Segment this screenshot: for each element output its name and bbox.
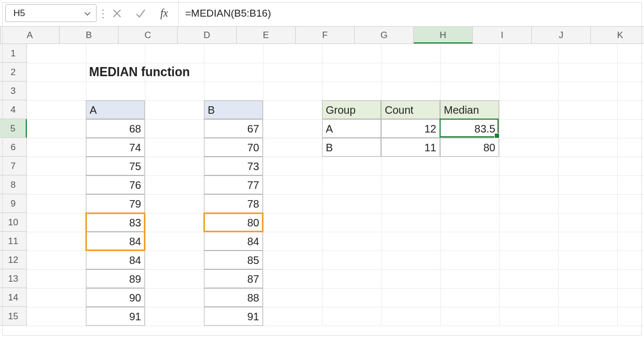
select-all-corner[interactable]: [0, 27, 1, 43]
column-header-C[interactable]: C: [119, 27, 178, 43]
column-header-A[interactable]: A: [1, 27, 60, 43]
table-b-cell[interactable]: 67: [204, 119, 263, 138]
fx-icon: fx: [160, 7, 168, 19]
table-b-cell[interactable]: 78: [204, 194, 263, 213]
column-header-D[interactable]: D: [178, 27, 237, 43]
row-header[interactable]: 15: [0, 307, 27, 326]
table-b-cell[interactable]: 85: [204, 251, 263, 269]
row-header[interactable]: 13: [0, 269, 27, 288]
column-header-G[interactable]: G: [355, 27, 414, 43]
table-b-cell[interactable]: 87: [204, 269, 263, 288]
table-a-cell[interactable]: 74: [86, 138, 145, 157]
column-header-J[interactable]: J: [532, 27, 591, 43]
median-highlight: [86, 213, 145, 251]
table-a-cell[interactable]: 84: [86, 251, 145, 269]
table-b-cell[interactable]: 84: [204, 232, 263, 251]
row-header[interactable]: 12: [0, 251, 27, 269]
summary-group[interactable]: A: [322, 119, 381, 138]
summary-median[interactable]: 83.5: [440, 119, 499, 138]
column-header-B[interactable]: B: [60, 27, 119, 43]
row-header[interactable]: 9: [0, 194, 27, 213]
median-highlight: [204, 213, 263, 232]
row-header[interactable]: 11: [0, 232, 27, 251]
table-a-cell[interactable]: 75: [86, 157, 145, 175]
column-header-E[interactable]: E: [237, 27, 296, 43]
table-a-cell[interactable]: 91: [86, 307, 145, 326]
summary-count[interactable]: 11: [381, 138, 440, 157]
row-header[interactable]: 5: [0, 119, 27, 138]
row-header[interactable]: 6: [0, 138, 27, 157]
row-header[interactable]: 2: [0, 63, 27, 82]
table-a-cell[interactable]: 90: [86, 288, 145, 307]
row-header[interactable]: 14: [0, 288, 27, 307]
row-header[interactable]: 7: [0, 157, 27, 175]
row-header[interactable]: 8: [0, 175, 27, 194]
name-box-value: H5: [13, 8, 25, 19]
formula-bar-sep: ⋮: [101, 0, 105, 26]
column-header-I[interactable]: I: [473, 27, 532, 43]
table-b-cell[interactable]: 73: [204, 157, 263, 175]
summary-header-group[interactable]: Group: [322, 100, 381, 119]
row-header[interactable]: 4: [0, 100, 27, 119]
table-a-cell[interactable]: 79: [86, 194, 145, 213]
chevron-down-icon[interactable]: [84, 9, 91, 18]
formula-input[interactable]: =MEDIAN(B5:B16): [178, 0, 644, 26]
spreadsheet-grid: ABCDEFGHIJK 123456789101112131415 MEDIAN…: [0, 27, 644, 338]
name-box[interactable]: H5: [5, 4, 97, 22]
table-b-cell[interactable]: 70: [204, 138, 263, 157]
column-header-H[interactable]: H: [414, 27, 473, 43]
table-a-cell[interactable]: 68: [86, 119, 145, 138]
summary-group[interactable]: B: [322, 138, 381, 157]
fx-button[interactable]: fx: [152, 0, 176, 26]
table-a-cell[interactable]: 89: [86, 269, 145, 288]
formula-bar: H5 ⋮ fx =MEDIAN(B5:B16): [0, 0, 644, 27]
table-b-header[interactable]: B: [204, 100, 263, 119]
summary-median[interactable]: 80: [440, 138, 499, 157]
page-title[interactable]: MEDIAN function: [86, 63, 263, 82]
column-header-K[interactable]: K: [591, 27, 644, 43]
table-a-header[interactable]: A: [86, 100, 145, 119]
cells-area[interactable]: MEDIAN functionA6874757679838484899091B6…: [27, 44, 644, 326]
summary-header-count[interactable]: Count: [381, 100, 440, 119]
formula-text: =MEDIAN(B5:B16): [185, 8, 271, 19]
row-header[interactable]: 1: [0, 44, 27, 63]
cancel-formula-button[interactable]: [105, 0, 129, 26]
table-b-cell[interactable]: 77: [204, 175, 263, 194]
summary-header-median[interactable]: Median: [440, 100, 499, 119]
column-header-F[interactable]: F: [296, 27, 355, 43]
row-headers: 123456789101112131415: [0, 44, 27, 326]
row-header[interactable]: 3: [0, 82, 27, 100]
row-header[interactable]: 10: [0, 213, 27, 232]
table-b-cell[interactable]: 91: [204, 307, 263, 326]
accept-formula-button[interactable]: [129, 0, 152, 26]
table-a-cell[interactable]: 76: [86, 175, 145, 194]
table-b-cell[interactable]: 88: [204, 288, 263, 307]
column-headers: ABCDEFGHIJK: [0, 27, 644, 44]
summary-count[interactable]: 12: [381, 119, 440, 138]
